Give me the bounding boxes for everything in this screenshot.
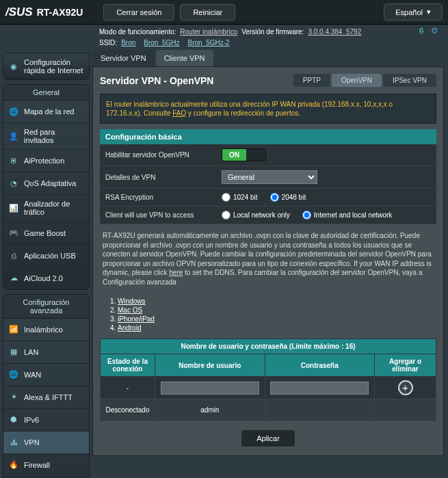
ddns-here-link[interactable]: here bbox=[169, 269, 183, 276]
vpn-panel: Servidor VPN - OpenVPN PPTP OpenVPN IPSe… bbox=[92, 66, 444, 456]
col-username: Nombre de usuario bbox=[155, 354, 265, 377]
gauge-icon: ◔ bbox=[8, 177, 20, 189]
wifi-status-icon[interactable]: ⌬ bbox=[432, 27, 441, 36]
sidebar-head-advanced: Configuración avanzada bbox=[3, 295, 89, 319]
sidebar-item-network-map[interactable]: 🌐Mapa de la red bbox=[3, 101, 89, 123]
sidebar-item-game-boost[interactable]: 🎮Game Boost bbox=[3, 222, 89, 245]
person-icon: 👤 bbox=[8, 130, 20, 142]
vpn-details-select[interactable]: General bbox=[222, 170, 317, 184]
apply-button[interactable]: Aplicar bbox=[241, 429, 295, 447]
user-row-new: - + bbox=[101, 377, 436, 399]
ssid-1: Bron bbox=[121, 39, 135, 47]
globe-icon: 🌐 bbox=[8, 105, 20, 118]
basic-config-table: Habilitar servidor OpenVPN ON Detalles d… bbox=[100, 144, 436, 224]
sidebar-item-qos[interactable]: ◔QoS Adaptativa bbox=[3, 172, 89, 195]
rsa-2048-radio[interactable]: 2048 bit bbox=[270, 193, 306, 202]
operation-mode-link[interactable]: Router inalámbrico bbox=[180, 28, 237, 36]
new-password-input[interactable] bbox=[270, 382, 369, 395]
vpn-tabs: Servidor VPN Cliente VPN bbox=[92, 50, 444, 66]
wifi-icon: 📶 bbox=[8, 323, 20, 336]
sidebar-item-wan[interactable]: 🌐WAN bbox=[3, 364, 89, 386]
info-line-2: SSID: Bron Bron_5GHz Bron_5GHz-2 bbox=[0, 38, 448, 50]
os-list: Windows Mac OS iPhone/iPad Android bbox=[118, 297, 436, 332]
firmware-link[interactable]: 3.0.0.4.384_5792 bbox=[308, 28, 361, 36]
usb-status-icon[interactable]: ⎙ bbox=[419, 27, 429, 36]
sidebar-item-alexa-ifttt[interactable]: ✶Alexa & IFTTT bbox=[3, 386, 89, 409]
ptab-openvpn[interactable]: OpenVPN bbox=[332, 74, 382, 87]
gamepad-icon: 🎮 bbox=[8, 227, 20, 239]
ssid-2: Bron_5GHz bbox=[144, 39, 179, 47]
brand-logo: /SUS bbox=[5, 5, 33, 19]
ptab-ipsec[interactable]: IPSec VPN bbox=[383, 74, 436, 87]
globe-speed-icon: ◉ bbox=[8, 60, 20, 72]
chart-icon: 📊 bbox=[8, 202, 20, 214]
sidebar-item-lan[interactable]: ▦LAN bbox=[3, 341, 89, 364]
sidebar-item-traffic-analyzer[interactable]: 📊Analizador de tráfico bbox=[3, 195, 89, 222]
ssid-3: Bron_5GHz-2 bbox=[188, 39, 230, 47]
cloud-icon: ☁ bbox=[8, 272, 20, 284]
user-row-existing: Desconectado admin bbox=[101, 399, 436, 421]
ptab-pptp[interactable]: PPTP bbox=[293, 74, 330, 87]
protocol-tabs: PPTP OpenVPN IPSec VPN bbox=[293, 74, 436, 87]
faq-link[interactable]: FAQ bbox=[172, 109, 186, 117]
tab-vpn-client[interactable]: Cliente VPN bbox=[156, 50, 213, 66]
sidebar-item-quick-setup[interactable]: ◉ Configuración rápida de Internet bbox=[3, 53, 89, 79]
sidebar-item-guest-network[interactable]: 👤Red para invitados bbox=[3, 123, 89, 150]
sidebar-item-usb-app[interactable]: ⎙Aplicación USB bbox=[3, 245, 89, 267]
panel-title: Servidor VPN - OpenVPN bbox=[100, 75, 213, 86]
os-link-windows[interactable]: Windows bbox=[118, 297, 146, 305]
os-link-iphone[interactable]: iPhone/iPad bbox=[118, 315, 155, 323]
sidebar-item-ipv6[interactable]: ⬢IPv6 bbox=[3, 409, 89, 431]
label-vpn-details: Detalles de VPN bbox=[100, 166, 216, 189]
star-icon: ✶ bbox=[8, 391, 20, 403]
os-link-macos[interactable]: Mac OS bbox=[118, 306, 142, 314]
new-username-input[interactable] bbox=[161, 382, 259, 395]
label-enable-openvpn: Habilitar servidor OpenVPN bbox=[100, 144, 216, 166]
sidebar-item-firewall[interactable]: 🔥Firewall bbox=[3, 454, 89, 477]
label-rsa-encryption: RSA Encryption bbox=[100, 189, 216, 207]
tab-vpn-server[interactable]: Servidor VPN bbox=[92, 50, 155, 66]
label-client-access: Client will use VPN to access bbox=[100, 207, 216, 224]
col-action: Agregar o eliminar bbox=[375, 354, 436, 377]
language-dropdown[interactable]: Español ▾ bbox=[384, 3, 443, 21]
os-link-android[interactable]: Android bbox=[118, 324, 141, 332]
wan-private-warning: El router inalámbrico actualmente utiliz… bbox=[100, 94, 436, 124]
firewall-icon: 🔥 bbox=[8, 459, 20, 471]
language-label: Español bbox=[395, 8, 423, 16]
access-both-radio[interactable]: Internet and local network bbox=[302, 211, 393, 220]
info-line-1: Modo de funcionamiento: Router inalámbri… bbox=[0, 25, 448, 38]
basic-config-header: Configuración básica bbox=[100, 129, 436, 144]
lan-icon: ▦ bbox=[8, 346, 20, 358]
sidebar-item-vpn[interactable]: 🖧VPN bbox=[3, 431, 89, 454]
sidebar-item-aicloud[interactable]: ☁AiCloud 2.0 bbox=[3, 267, 89, 289]
chevron-down-icon: ▾ bbox=[427, 8, 431, 16]
top-bar: /SUS RT-AX92U Cerrar sesión Reiniciar Es… bbox=[0, 0, 448, 25]
ipv6-icon: ⬢ bbox=[8, 414, 20, 426]
wan-icon: 🌐 bbox=[8, 369, 20, 381]
sidebar-item-aiprotection[interactable]: ⛨AiProtection bbox=[3, 150, 89, 172]
usb-icon: ⎙ bbox=[8, 250, 20, 262]
vpn-icon: 🖧 bbox=[8, 436, 20, 449]
user-table-title: Nombre de usuario y contraseña (Límite m… bbox=[101, 339, 436, 354]
col-status: Estado de la conexión bbox=[101, 354, 155, 377]
sidebar-item-wireless[interactable]: 📶Inalámbrico bbox=[3, 319, 89, 341]
sidebar: ◉ Configuración rápida de Internet Gener… bbox=[0, 50, 92, 478]
col-password: Contraseña bbox=[265, 354, 375, 377]
model-name: RT-AX92U bbox=[37, 7, 83, 18]
rsa-1024-radio[interactable]: 1024 bit bbox=[222, 193, 258, 202]
openvpn-description: RT-AX92U generará automáticamente un arc… bbox=[100, 224, 436, 293]
add-user-button[interactable]: + bbox=[398, 380, 413, 395]
shield-icon: ⛨ bbox=[8, 155, 20, 167]
access-local-radio[interactable]: Local network only bbox=[222, 211, 290, 220]
sidebar-head-general: General bbox=[3, 85, 89, 101]
logout-button[interactable]: Cerrar sesión bbox=[103, 4, 174, 21]
content: Servidor VPN Cliente VPN Servidor VPN - … bbox=[92, 50, 448, 478]
reboot-button[interactable]: Reiniciar bbox=[180, 4, 235, 21]
user-table: Nombre de usuario y contraseña (Límite m… bbox=[100, 338, 436, 421]
openvpn-enable-toggle[interactable]: ON bbox=[222, 148, 266, 161]
